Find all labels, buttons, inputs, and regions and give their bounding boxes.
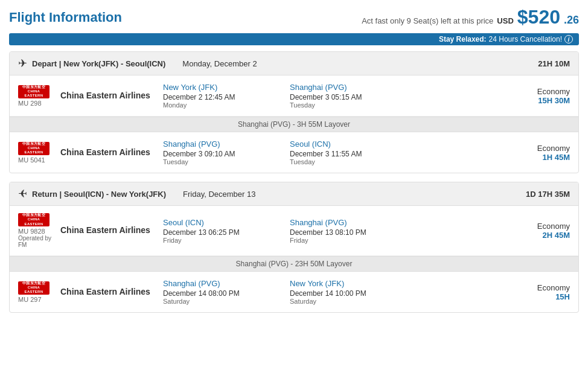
price-cents: .26	[564, 14, 579, 27]
airline-name-1: China Eastern Airlines	[60, 91, 157, 100]
return-class-label-2: Economy	[510, 283, 570, 292]
arrival-date-2: December 3 11:55 AM	[290, 150, 411, 158]
class-col-1: Economy 15H 30M	[510, 87, 570, 105]
return-class-col-2: Economy 15H	[510, 283, 570, 301]
class-label-2: Economy	[510, 144, 570, 153]
plane-depart-icon: ✈	[18, 57, 27, 70]
return-duration-label-1: 2H 45M	[510, 231, 570, 240]
return-arrival-airport-1: Shanghai (PVG)	[290, 218, 411, 227]
return-class-col-1: Economy 2H 45M	[510, 222, 570, 240]
departure-date-2: December 3 09:10 AM	[163, 150, 284, 158]
return-duration-label-2: 15H	[510, 292, 570, 301]
airline-logo-img-1: 中国东方航空CHINA EASTERN	[18, 85, 50, 98]
cancellation-bar: Stay Relaxed: 24 Hours Cancellation! i	[9, 33, 579, 45]
info-icon[interactable]: i	[564, 35, 573, 43]
depart-segment-header: ✈ Depart | New York(JFK) - Seoul(ICN) Mo…	[10, 52, 578, 75]
price-notice: Act fast only 9 Seat(s) left at this pri…	[362, 16, 493, 25]
depart-separator: |	[59, 59, 63, 68]
return-arrival-date-2: December 14 10:00 PM	[290, 289, 411, 298]
main-container: Flight Information Act fast only 9 Seat(…	[0, 0, 588, 327]
return-flight-2: 中国东方航空CHINA EASTERN MU 297 China Eastern…	[10, 272, 578, 312]
return-airline-name-1: China Eastern Airlines	[60, 225, 157, 235]
arrival-day-2: Tuesday	[290, 158, 411, 165]
arrival-airport-2: Seoul (ICN)	[290, 139, 411, 149]
return-arrival-day-1: Friday	[290, 237, 411, 244]
depart-flight-2: 中国东方航空CHINA EASTERN MU 5041 China Easter…	[10, 132, 578, 173]
departure-day-2: Tuesday	[163, 158, 284, 165]
return-card: ✈ Return | Seoul(ICN) - New York(JFK) Fr…	[9, 182, 579, 313]
price-area: Act fast only 9 Seat(s) left at this pri…	[362, 6, 579, 28]
page-title: Flight Information	[9, 10, 122, 25]
duration-label-2: 1H 45M	[510, 153, 570, 162]
flight-number-1: MU 298	[18, 100, 42, 107]
return-airline-name-col-2: China Eastern Airlines	[60, 287, 157, 298]
return-separator: |	[60, 190, 64, 199]
return-departure-day-1: Friday	[163, 237, 284, 244]
arrival-date-1: December 3 05:15 AM	[290, 93, 411, 101]
depart-layover-text: Shanghai (PVG) - 3H 55M Layover	[238, 120, 350, 129]
airline-logo-img-2: 中国东方航空CHINA EASTERN	[18, 142, 50, 155]
cancellation-label: Stay Relaxed:	[439, 35, 487, 43]
plane-return-icon: ✈	[18, 187, 27, 200]
depart-layover: Shanghai (PVG) - 3H 55M Layover	[10, 117, 578, 132]
return-departure-col-2: Shanghai (PVG) December 14 08:00 PM Satu…	[163, 279, 284, 305]
depart-card: ✈ Depart | New York(JFK) - Seoul(ICN) Mo…	[9, 51, 579, 173]
airline-name-col-2: China Eastern Airlines	[60, 147, 157, 158]
return-departure-date-1: December 13 06:25 PM	[163, 228, 284, 237]
return-date: Friday, December 13	[183, 190, 255, 199]
return-airline-logo-2: 中国东方航空CHINA EASTERN MU 297	[18, 281, 54, 303]
airline-name-col-1: China Eastern Airlines	[60, 91, 157, 101]
departure-airport-2: Shanghai (PVG)	[163, 139, 284, 149]
departure-date-1: December 2 12:45 AM	[163, 93, 284, 101]
return-layover: Shanghai (PVG) - 23H 50M Layover	[10, 256, 578, 272]
cancellation-text: 24 Hours Cancellation!	[489, 35, 562, 43]
duration-label-1: 15H 30M	[510, 96, 570, 105]
return-departure-airport-2: Shanghai (PVG)	[163, 279, 284, 288]
depart-route: New York(JFK) - Seoul(ICN)	[63, 59, 165, 68]
return-airline-logo-img-2: 中国东方航空CHINA EASTERN	[18, 281, 50, 295]
class-label-1: Economy	[510, 87, 570, 96]
return-arrival-airport-2: New York (JFK)	[290, 279, 411, 288]
return-departure-day-2: Saturday	[163, 298, 284, 305]
return-duration: 1D 17H 35M	[526, 190, 570, 199]
return-airline-name-col-1: China Eastern Airlines	[60, 225, 157, 236]
return-operated-by-1: Operated by FM	[18, 235, 54, 248]
return-departure-date-2: December 14 08:00 PM	[163, 289, 284, 298]
return-airline-logo-img-1: 中国东方航空CHINA EASTERN	[18, 213, 50, 226]
return-header-left: ✈ Return | Seoul(ICN) - New York(JFK) Fr…	[18, 187, 255, 200]
airline-logo-1: 中国东方航空CHINA EASTERN MU 298	[18, 85, 54, 107]
return-flight-number-2: MU 297	[18, 296, 42, 303]
depart-date: Monday, December 2	[182, 59, 257, 68]
depart-label: Depart | New York(JFK) - Seoul(ICN)	[32, 59, 165, 68]
departure-day-1: Monday	[163, 101, 284, 109]
airline-logo-2: 中国东方航空CHINA EASTERN MU 5041	[18, 142, 54, 164]
depart-label-text: Depart	[32, 59, 57, 68]
depart-flight-1: 中国东方航空CHINA EASTERN MU 298 China Eastern…	[10, 75, 578, 117]
return-layover-text: Shanghai (PVG) - 23H 50M Layover	[236, 260, 353, 268]
depart-duration: 21H 10M	[538, 59, 570, 68]
currency-label: USD	[497, 16, 513, 25]
return-arrival-col-2: New York (JFK) December 14 10:00 PM Satu…	[290, 279, 411, 305]
airline-name-2: China Eastern Airlines	[60, 147, 157, 157]
departure-airport-1: New York (JFK)	[163, 83, 284, 92]
return-flight-1: 中国东方航空CHINA EASTERN MU 9828 Operated by …	[10, 206, 578, 256]
price-main: $520	[517, 6, 560, 28]
return-arrival-date-1: December 13 08:10 PM	[290, 228, 411, 237]
return-airline-logo-1: 中国东方航空CHINA EASTERN MU 9828 Operated by …	[18, 213, 54, 248]
return-route: Seoul(ICN) - New York(JFK)	[64, 190, 166, 199]
class-col-2: Economy 1H 45M	[510, 144, 570, 162]
return-departure-col-1: Seoul (ICN) December 13 06:25 PM Friday	[163, 218, 284, 244]
arrival-col-1: Shanghai (PVG) December 3 05:15 AM Tuesd…	[290, 83, 411, 109]
return-segment-header: ✈ Return | Seoul(ICN) - New York(JFK) Fr…	[10, 182, 578, 206]
return-arrival-day-2: Saturday	[290, 298, 411, 305]
return-flight-number-1: MU 9828	[18, 228, 45, 235]
return-class-label-1: Economy	[510, 222, 570, 231]
depart-header-left: ✈ Depart | New York(JFK) - Seoul(ICN) Mo…	[18, 57, 257, 70]
arrival-col-2: Seoul (ICN) December 3 11:55 AM Tuesday	[290, 139, 411, 165]
return-arrival-col-1: Shanghai (PVG) December 13 08:10 PM Frid…	[290, 218, 411, 244]
header-row: Flight Information Act fast only 9 Seat(…	[9, 6, 579, 28]
return-label: Return | Seoul(ICN) - New York(JFK)	[32, 190, 166, 199]
arrival-airport-1: Shanghai (PVG)	[290, 83, 411, 92]
flight-number-2: MU 5041	[18, 156, 45, 164]
return-label-text: Return	[32, 190, 57, 199]
